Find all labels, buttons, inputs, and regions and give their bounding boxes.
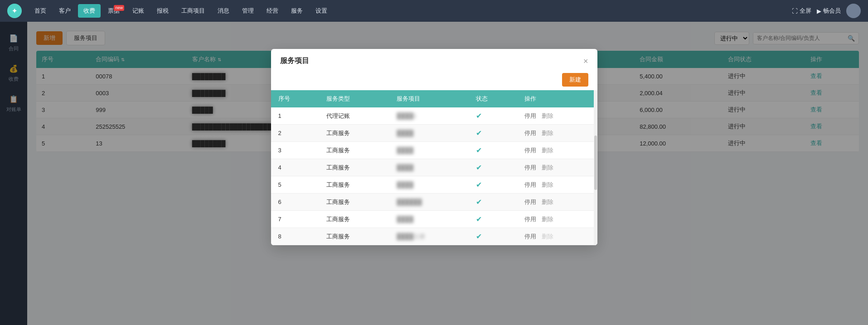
modal-cell-type: 工商服务 [319,228,389,245]
modal-cell-status: ✔ [469,194,517,211]
modal-cell-type: 工商服务 [319,142,389,159]
modal-cell-status: ✔ [469,176,517,194]
nav-baoshui[interactable]: 报税 [151,4,174,18]
modal-cell-seq: 2 [271,125,320,142]
nav-home[interactable]: 首页 [29,4,52,18]
modal-cell-item: ██████ [389,194,469,211]
modal-cell-item: ████ [389,159,469,176]
modal-cell-type: 工商服务 [319,211,389,228]
modal-cell-type: 工商服务 [319,159,389,176]
modal-col-status: 状态 [469,90,517,107]
modal-cell-status: ✔ [469,228,517,245]
modal-cell-type: 工商服务 [319,194,389,211]
modal-col-seq: 序号 [271,90,320,107]
status-check-icon: ✔ [476,146,482,154]
modal-toolbar: 新建 [271,69,597,90]
modal-cell-seq: 4 [271,159,320,176]
nav-fuwu[interactable]: 服务 [286,4,308,18]
modal-table-row: 8 工商服务 ████注册 ✔ 停用 删除 [271,228,597,245]
delete-button[interactable]: 删除 [542,199,553,205]
modal-cell-type: 代理记账 [319,107,389,125]
modal-close-button[interactable]: × [583,57,588,65]
modal-cell-type: 工商服务 [319,125,389,142]
delete-button[interactable]: 删除 [542,130,553,136]
nav-shoufei[interactable]: 收费 [78,4,101,18]
modal-cell-seq: 5 [271,176,320,194]
status-check-icon: ✔ [476,164,482,171]
service-modal: 服务项目 × 新建 序号 服务类型 服务项目 状态 操作 1 代理记账 [271,49,597,245]
stop-button[interactable]: 停用 [524,181,536,188]
modal-cell-type: 工商服务 [319,176,389,194]
status-check-icon: ✔ [476,129,482,137]
modal-col-item: 服务项目 [389,90,469,107]
modal-table-row: 6 工商服务 ██████ ✔ 停用 删除 [271,194,597,211]
delete-button[interactable]: 删除 [542,147,553,154]
modal-body: 序号 服务类型 服务项目 状态 操作 1 代理记账 ████1 ✔ 停用 删除 … [271,90,597,245]
stop-button[interactable]: 停用 [524,130,536,136]
modal-cell-actions: 停用 删除 [517,142,597,159]
modal-cell-status: ✔ [469,107,517,125]
modal-col-type: 服务类型 [319,90,389,107]
delete-button: 删除 [542,233,553,240]
modal-cell-seq: 3 [271,142,320,159]
avatar[interactable] [846,4,861,18]
nav-guanli[interactable]: 管理 [237,4,259,18]
status-check-icon: ✔ [476,198,482,206]
modal-cell-actions: 停用 删除 [517,228,597,245]
member-icon: ▶ [817,8,821,15]
new-badge: new [114,5,124,11]
nav-right-area: ⛶ 全屏 ▶ 畅会员 [792,4,861,18]
nav-client[interactable]: 客户 [53,4,76,18]
modal-cell-status: ✔ [469,142,517,159]
modal-cell-actions: 停用 删除 [517,194,597,211]
modal-cell-item: ████ [389,125,469,142]
modal-table-row: 1 代理记账 ████1 ✔ 停用 删除 [271,107,597,125]
stop-button[interactable]: 停用 [524,147,536,154]
modal-overlay[interactable]: 服务项目 × 新建 序号 服务类型 服务项目 状态 操作 1 代理记账 [0,22,868,325]
delete-button[interactable]: 删除 [542,164,553,171]
status-check-icon: ✔ [476,181,482,189]
delete-button[interactable]: 删除 [542,112,553,119]
stop-button[interactable]: 停用 [524,216,536,223]
stop-button[interactable]: 停用 [524,112,536,119]
status-check-icon: ✔ [476,112,482,120]
nav-jizhang[interactable]: 记账 [127,4,150,18]
nav-gongshang[interactable]: 工商项目 [176,4,210,18]
modal-cell-seq: 8 [271,228,320,245]
modal-cell-status: ✔ [469,211,517,228]
service-table: 序号 服务类型 服务项目 状态 操作 1 代理记账 ████1 ✔ 停用 删除 … [271,90,597,245]
modal-cell-status: ✔ [469,159,517,176]
nav-xiaoxi[interactable]: 消息 [212,4,235,18]
modal-cell-seq: 7 [271,211,320,228]
modal-table-row: 5 工商服务 ████ ✔ 停用 删除 [271,176,597,194]
nav-jingying[interactable]: 经营 [261,4,284,18]
delete-button[interactable]: 删除 [542,216,553,223]
delete-button[interactable]: 删除 [542,181,553,188]
modal-cell-actions: 停用 删除 [517,176,597,194]
scrollbar-thumb[interactable] [594,136,597,190]
modal-cell-item: ████ [389,211,469,228]
modal-cell-actions: 停用 删除 [517,211,597,228]
modal-table-row: 4 工商服务 ████ ✔ 停用 删除 [271,159,597,176]
modal-cell-seq: 1 [271,107,320,125]
stop-button[interactable]: 停用 [524,164,536,171]
modal-col-action: 操作 [517,90,597,107]
modal-cell-item: ████ [389,142,469,159]
modal-new-button[interactable]: 新建 [562,73,588,87]
modal-cell-actions: 停用 删除 [517,159,597,176]
modal-table-header: 序号 服务类型 服务项目 状态 操作 [271,90,597,107]
nav-piao[interactable]: 票据 new [102,4,125,18]
modal-table-row: 7 工商服务 ████ ✔ 停用 删除 [271,211,597,228]
nav-shezhi[interactable]: 设置 [310,4,333,18]
member-button[interactable]: ▶ 畅会员 [817,7,841,15]
fullscreen-icon: ⛶ [792,8,798,15]
modal-cell-item: ████ [389,176,469,194]
modal-header: 服务项目 × [271,49,597,69]
modal-cell-seq: 6 [271,194,320,211]
stop-button[interactable]: 停用 [524,233,536,240]
fullscreen-button[interactable]: ⛶ 全屏 [792,7,811,15]
stop-button[interactable]: 停用 [524,199,536,205]
modal-table-row: 3 工商服务 ████ ✔ 停用 删除 [271,142,597,159]
modal-cell-actions: 停用 删除 [517,125,597,142]
modal-cell-actions: 停用 删除 [517,107,597,125]
